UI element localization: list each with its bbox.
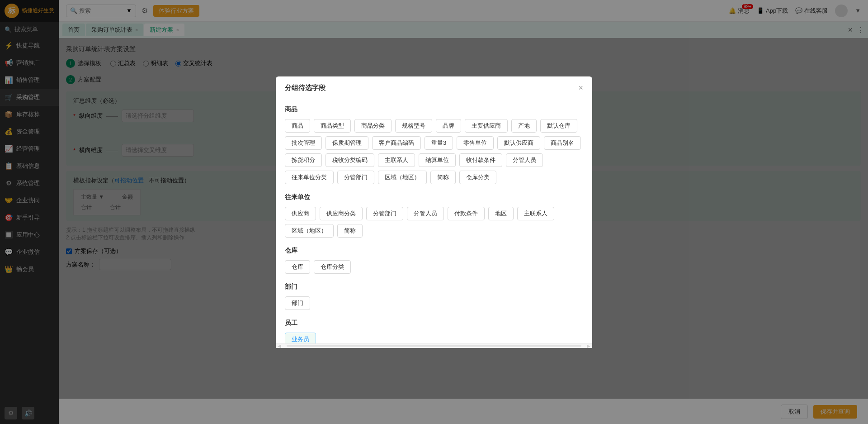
field-group-department: 部门部门 bbox=[285, 283, 583, 310]
field-item[interactable]: 付款条件 bbox=[448, 207, 485, 220]
field-item[interactable]: 保质期管理 bbox=[326, 136, 368, 150]
field-item[interactable]: 主要供应商 bbox=[465, 119, 508, 133]
field-item[interactable]: 商品类型 bbox=[314, 119, 351, 133]
field-item[interactable]: 仓库 bbox=[285, 260, 310, 274]
field-item[interactable]: 主联系人 bbox=[517, 207, 554, 220]
field-item[interactable]: 拣货积分 bbox=[285, 153, 322, 167]
field-item[interactable]: 商品别名 bbox=[544, 136, 581, 150]
field-group-title-employee: 员工 bbox=[285, 319, 583, 327]
field-group-partner: 往来单位供应商供应商分类分管部门分管人员付款条件地区主联系人区域（地区）简称 bbox=[285, 193, 583, 238]
field-item[interactable]: 仓库分类 bbox=[459, 171, 496, 184]
field-item[interactable]: 规格型号 bbox=[395, 119, 432, 133]
modal-hscroll-track bbox=[287, 345, 581, 347]
field-items-partner: 供应商供应商分类分管部门分管人员付款条件地区主联系人区域（地区）简称 bbox=[285, 207, 583, 238]
field-group-title-product: 商品 bbox=[285, 105, 583, 114]
field-items-warehouse: 仓库仓库分类 bbox=[285, 260, 583, 274]
field-items-department: 部门 bbox=[285, 296, 583, 310]
field-item[interactable]: 批次管理 bbox=[285, 136, 322, 150]
field-item[interactable]: 客户商品编码 bbox=[372, 136, 421, 150]
field-item[interactable]: 主联系人 bbox=[378, 153, 415, 167]
modal-title: 分组待选字段 bbox=[285, 84, 326, 92]
field-item[interactable]: 税收分类编码 bbox=[326, 153, 374, 167]
modal-horizontal-scrollbar[interactable]: ◀ ▶ bbox=[276, 343, 592, 348]
field-item[interactable]: 区域（地区） bbox=[285, 224, 334, 238]
field-item[interactable]: 默认仓库 bbox=[540, 119, 577, 133]
field-selection-modal: 分组待选字段 × 商品商品商品类型商品分类规格型号品牌主要供应商产地默认仓库批次… bbox=[276, 76, 592, 348]
field-item[interactable]: 商品分类 bbox=[354, 119, 392, 133]
field-item[interactable]: 简称 bbox=[430, 171, 456, 184]
field-items-product: 商品商品类型商品分类规格型号品牌主要供应商产地默认仓库批次管理保质期管理客户商品… bbox=[285, 119, 583, 184]
field-item[interactable]: 分管人员 bbox=[506, 153, 543, 167]
field-group-product: 商品商品商品类型商品分类规格型号品牌主要供应商产地默认仓库批次管理保质期管理客户… bbox=[285, 105, 583, 184]
field-item[interactable]: 品牌 bbox=[436, 119, 461, 133]
field-item[interactable]: 供应商分类 bbox=[320, 207, 363, 220]
field-group-title-partner: 往来单位 bbox=[285, 193, 583, 201]
modal-header: 分组待选字段 × bbox=[276, 76, 592, 98]
field-group-title-warehouse: 仓库 bbox=[285, 247, 583, 255]
field-item[interactable]: 简称 bbox=[337, 224, 363, 238]
field-group-title-department: 部门 bbox=[285, 283, 583, 291]
field-item[interactable]: 往来单位分类 bbox=[285, 171, 334, 184]
field-group-warehouse: 仓库仓库仓库分类 bbox=[285, 247, 583, 274]
modal-overlay: 分组待选字段 × 商品商品商品类型商品分类规格型号品牌主要供应商产地默认仓库批次… bbox=[0, 0, 868, 424]
field-item[interactable]: 收付款条件 bbox=[459, 153, 502, 167]
modal-close-button[interactable]: × bbox=[578, 84, 583, 92]
field-item[interactable]: 仓库分类 bbox=[314, 260, 351, 274]
field-items-employee: 业务员 bbox=[285, 333, 583, 343]
field-group-employee: 员工业务员 bbox=[285, 319, 583, 343]
field-item[interactable]: 默认供应商 bbox=[497, 136, 540, 150]
field-item[interactable]: 部门 bbox=[285, 296, 310, 310]
field-item[interactable]: 分管部门 bbox=[337, 171, 374, 184]
field-item[interactable]: 产地 bbox=[511, 119, 537, 133]
field-item[interactable]: 商品 bbox=[285, 119, 310, 133]
field-item[interactable]: 分管部门 bbox=[366, 207, 403, 220]
modal-body: 商品商品商品类型商品分类规格型号品牌主要供应商产地默认仓库批次管理保质期管理客户… bbox=[276, 98, 592, 343]
field-item[interactable]: 分管人员 bbox=[407, 207, 444, 220]
field-item[interactable]: 重量3 bbox=[425, 136, 453, 150]
field-item[interactable]: 零售单位 bbox=[457, 136, 494, 150]
field-item[interactable]: 业务员 bbox=[285, 333, 316, 343]
field-item[interactable]: 结算单位 bbox=[419, 153, 456, 167]
field-item[interactable]: 地区 bbox=[488, 207, 514, 220]
field-item[interactable]: 供应商 bbox=[285, 207, 316, 220]
field-item[interactable]: 区域（地区） bbox=[378, 171, 427, 184]
